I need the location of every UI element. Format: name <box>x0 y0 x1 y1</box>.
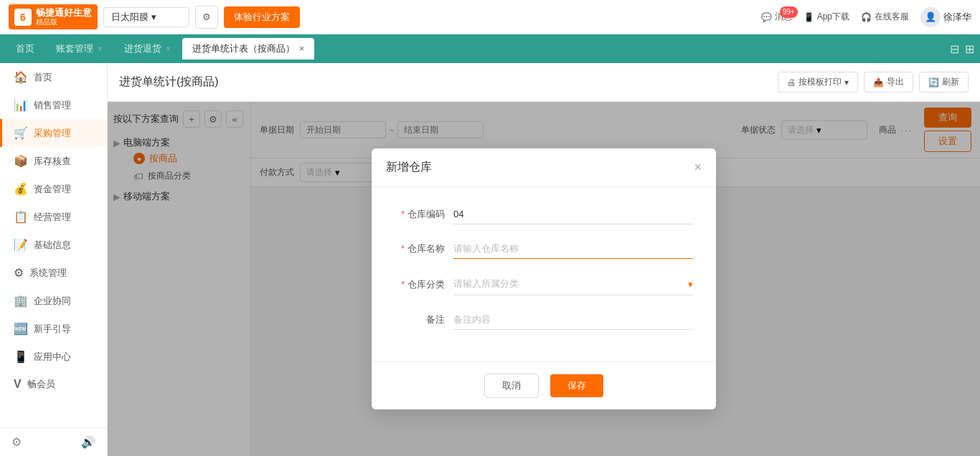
tabs-bar: 首页 账套管理 × 进货退货 × 进货单统计表（按商品） × ⊟ ⊞ <box>0 34 980 63</box>
finance-icon: 💰 <box>14 182 28 196</box>
content-header-right: 🖨 按模板打印 ▾ 📤 导出 🔄 刷新 <box>778 72 969 92</box>
chevron-down-icon: ▾ <box>151 11 156 22</box>
main-layout: 🏠 首页 📊 销售管理 🛒 采购管理 📦 库存核查 💰 资金管理 📋 经营管理 … <box>0 63 980 456</box>
form-row-code: 仓库编码 <box>395 204 693 224</box>
settings-gear-button[interactable]: ⚙ <box>195 6 218 29</box>
avatar-icon: 👤 <box>920 7 941 27</box>
settings-bottom-icon[interactable]: ⚙ <box>11 435 22 449</box>
message-button[interactable]: 💬 消息 99+ <box>761 11 792 23</box>
print-icon: 🖨 <box>787 77 796 87</box>
refresh-icon: 🔄 <box>928 77 939 87</box>
sidebar-item-apps[interactable]: 📱 应用中心 <box>0 343 107 371</box>
tab-close-purchase-return[interactable]: × <box>166 44 171 54</box>
basic-icon: 📝 <box>14 238 28 252</box>
code-input[interactable] <box>453 204 693 224</box>
message-icon: 💬 <box>761 12 772 22</box>
sidebar-item-purchase[interactable]: 🛒 采购管理 <box>0 119 107 147</box>
code-label: 仓库编码 <box>395 208 445 221</box>
top-header: 6 畅捷通好生意 精品版 日太阳膜 ▾ ⚙ 体验行业方案 💬 消息 99+ 📱 … <box>0 0 980 34</box>
category-select[interactable]: 请输入所属分类 ▾ <box>453 273 693 295</box>
tab-close-purchase-stats[interactable]: × <box>299 44 304 54</box>
logo-area: 6 畅捷通好生意 精品版 <box>9 4 98 30</box>
sales-icon: 📊 <box>14 98 28 112</box>
form-row-name: 仓库名称 <box>395 239 693 259</box>
home-icon: 🏠 <box>14 70 28 84</box>
print-button[interactable]: 🖨 按模板打印 ▾ <box>778 72 858 92</box>
inventory-icon: 📦 <box>14 154 28 168</box>
form-row-category: 仓库分类 请输入所属分类 ▾ <box>395 273 693 295</box>
tab-purchase-return[interactable]: 进货退货 × <box>114 38 181 60</box>
dialog-overlay: 新增仓库 × 仓库编码 仓库名称 <box>108 102 980 456</box>
sidebar: 🏠 首页 📊 销售管理 🛒 采购管理 📦 库存核查 💰 资金管理 📋 经营管理 … <box>0 63 108 456</box>
sidebar-item-sales[interactable]: 📊 销售管理 <box>0 91 107 119</box>
cancel-button[interactable]: 取消 <box>484 374 539 398</box>
sound-icon[interactable]: 🔊 <box>81 435 95 449</box>
tab-close-account[interactable]: × <box>98 44 103 54</box>
page-title: 进货单统计(按商品) <box>119 75 219 90</box>
chevron-down-icon: ▾ <box>688 279 693 290</box>
export-icon: 📤 <box>873 77 884 87</box>
maximize-window-icon[interactable]: ⊞ <box>965 42 974 56</box>
sidebar-item-member[interactable]: V 畅会员 <box>0 371 107 398</box>
sidebar-item-home[interactable]: 🏠 首页 <box>0 63 107 91</box>
download-icon: 📱 <box>804 12 814 22</box>
content-header: 进货单统计(按商品) 🖨 按模板打印 ▾ 📤 导出 🔄 刷新 <box>108 63 980 102</box>
sidebar-item-system[interactable]: ⚙ 系统管理 <box>0 259 107 287</box>
sidebar-item-finance[interactable]: 💰 资金管理 <box>0 175 107 203</box>
tab-home[interactable]: 首页 <box>6 38 44 60</box>
logo-icon: 6 <box>14 9 32 26</box>
dialog-close-button[interactable]: × <box>694 160 702 175</box>
tabs-right-actions: ⊟ ⊞ <box>950 42 974 56</box>
export-button[interactable]: 📤 导出 <box>864 72 913 92</box>
sidebar-item-inventory[interactable]: 📦 库存核查 <box>0 147 107 175</box>
restore-window-icon[interactable]: ⊟ <box>950 42 959 56</box>
header-actions: 💬 消息 99+ 📱 App下载 🎧 在线客服 👤 徐泽华 <box>761 7 971 27</box>
content-body: 按以下方案查询 + ⚙ « ▶ 电脑端方案 ● 按商品 <box>108 102 980 456</box>
guide-icon: 🆕 <box>14 322 28 336</box>
member-icon: V <box>14 378 22 391</box>
enterprise-icon: 🏢 <box>14 294 28 308</box>
name-input[interactable] <box>453 239 693 259</box>
remark-label: 备注 <box>395 313 445 326</box>
tab-account[interactable]: 账套管理 × <box>46 38 113 60</box>
dialog-body: 仓库编码 仓库名称 仓库分类 请输入所属分类 <box>372 187 716 361</box>
tab-purchase-stats[interactable]: 进货单统计表（按商品） × <box>182 38 314 60</box>
headset-icon: 🎧 <box>861 12 872 22</box>
logo-text: 畅捷通好生意 精品版 <box>36 7 92 27</box>
sidebar-bottom: ⚙ 🔊 <box>0 427 107 456</box>
category-label: 仓库分类 <box>395 278 445 291</box>
dialog-header: 新增仓库 × <box>372 148 716 187</box>
sidebar-item-operation[interactable]: 📋 经营管理 <box>0 203 107 231</box>
sidebar-item-enterprise[interactable]: 🏢 企业协同 <box>0 287 107 315</box>
app-download-button[interactable]: 📱 App下载 <box>804 11 849 23</box>
user-avatar[interactable]: 👤 徐泽华 <box>920 7 971 27</box>
online-service-button[interactable]: 🎧 在线客服 <box>861 11 909 23</box>
refresh-button[interactable]: 🔄 刷新 <box>919 72 969 92</box>
name-label: 仓库名称 <box>395 242 445 255</box>
apps-icon: 📱 <box>14 350 28 364</box>
store-selector[interactable]: 日太阳膜 ▾ <box>103 7 189 27</box>
sidebar-item-basic[interactable]: 📝 基础信息 <box>0 231 107 259</box>
content-area: 进货单统计(按商品) 🖨 按模板打印 ▾ 📤 导出 🔄 刷新 <box>108 63 980 456</box>
dialog-footer: 取消 保存 <box>372 361 716 409</box>
system-icon: ⚙ <box>14 266 24 280</box>
message-badge: 99+ <box>780 6 798 18</box>
dialog-title: 新增仓库 <box>386 160 432 175</box>
trial-button[interactable]: 体验行业方案 <box>224 6 300 28</box>
sidebar-item-guide[interactable]: 🆕 新手引导 <box>0 315 107 343</box>
form-row-remark: 备注 <box>395 310 693 330</box>
remark-input[interactable] <box>453 310 693 330</box>
chevron-down-icon: ▾ <box>844 77 849 87</box>
header-icon-group: 💬 消息 99+ 📱 App下载 🎧 在线客服 <box>761 11 909 23</box>
purchase-icon: 🛒 <box>14 126 28 140</box>
operation-icon: 📋 <box>14 210 28 224</box>
save-button[interactable]: 保存 <box>550 374 603 397</box>
new-warehouse-dialog: 新增仓库 × 仓库编码 仓库名称 <box>372 148 716 409</box>
